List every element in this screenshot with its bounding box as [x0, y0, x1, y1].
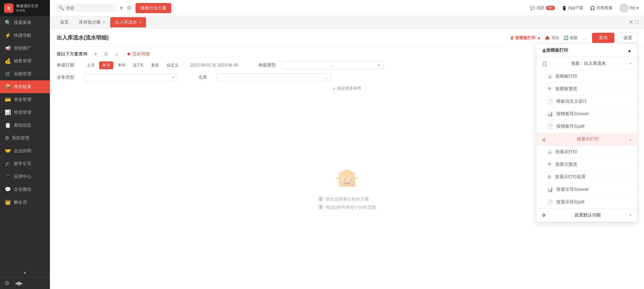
sidebar-item-app-center[interactable]: 📱 应用中心 [0, 170, 50, 183]
dropdown-item-display-pdf[interactable]: 📄 按显示导出pdf [536, 196, 637, 208]
dropdown-item-display-print[interactable]: 🖨 按显示打印 [536, 146, 637, 158]
sidebar-item-label: 资金管理 [14, 97, 31, 103]
sidebar-scroll-down[interactable]: ▼ [0, 269, 50, 277]
sidebar-item-purchase[interactable]: 🛒 采购管理 [0, 68, 50, 80]
biz-type-select[interactable]: ▾ [84, 74, 178, 81]
search-input[interactable] [66, 6, 113, 10]
date-btn-more[interactable]: 更多 [148, 61, 162, 69]
app-download-button[interactable]: 📱 App下载 [562, 5, 583, 11]
sidebar-item-marketing[interactable]: 📢 营销推广 [0, 42, 50, 55]
settings-button[interactable]: 设置 [618, 32, 637, 43]
topbar-gear-icon[interactable]: ⚙ [127, 5, 131, 11]
tab-home[interactable]: 首页 [55, 17, 74, 27]
display-preview-icon: 👁 [547, 162, 552, 167]
doc-type-select[interactable]: … ▾ [283, 61, 384, 69]
tip2-text: 用[选]条件来缩小分析范围 [325, 204, 376, 210]
sidebar-item-label: 营销推广 [14, 45, 31, 51]
sidebar-item-sales[interactable]: 💰 销售管理 [0, 55, 50, 68]
refresh-icon: 🔄 [563, 35, 568, 40]
dropdown-item-template-design[interactable]: 📄 模板自定义设计 [536, 95, 637, 108]
svg-rect-0 [339, 173, 355, 187]
trial-solution-button[interactable]: 体验行业方案 [136, 3, 171, 13]
sidebar-item-label: 基础信息 [14, 122, 31, 128]
sidebar: b 畅捷通好生意 标准版 🔍 搜索菜单 ⚡ 快捷导航 📢 营销推广 💰 销售管理… [0, 0, 50, 289]
dropdown-display-section[interactable]: 🖨 按显示打印 ▴ [536, 133, 637, 146]
tab-close-icon[interactable]: ✕ [629, 19, 633, 25]
sidebar-item-quick-nav[interactable]: ⚡ 快捷导航 [0, 29, 50, 42]
tab-flow-detail[interactable]: 出入库流水 × [110, 17, 146, 27]
svg-rect-6 [335, 177, 339, 179]
dropdown-item-template-excel[interactable]: 📊 按模板导出excel [536, 108, 637, 120]
warehouse-select[interactable]: … [216, 73, 331, 81]
dropdown-item-template-preview[interactable]: 👁 按模板预览 [536, 83, 637, 95]
sidebar-item-search-menu[interactable]: 🔍 搜索菜单 [0, 16, 50, 29]
sidebar-item-basic-info[interactable]: 📋 基础信息 [0, 119, 50, 132]
sales-icon: 💰 [5, 58, 11, 64]
tab-batch-account[interactable]: 库存批次账 × [74, 17, 110, 27]
dropdown-item-display-settings[interactable]: ⚙ 按显示打印设置 [536, 171, 637, 183]
date-btn-7-days[interactable]: 近7天 [130, 61, 147, 69]
sidebar-settings-icon[interactable]: ⚙ [5, 280, 9, 286]
online-service-label: 在线客服 [596, 5, 613, 11]
sidebar-item-wechat[interactable]: 💬 企业微信 [0, 183, 50, 196]
dropdown-default-section[interactable]: ⚙ 设置默认功能 ▾ [536, 208, 637, 222]
member-icon: 👑 [5, 199, 11, 205]
doc-type-more-icon[interactable]: … [330, 63, 334, 68]
online-service-button[interactable]: 🎧 在线客服 [590, 5, 613, 11]
search-dropdown-icon[interactable]: ▾ [120, 5, 123, 11]
dropdown-item-template-print[interactable]: 🖨 按模板打印 [536, 70, 637, 83]
filter-collapse-icon[interactable]: « [115, 51, 118, 57]
date-filter-label: 单据日期 [57, 62, 74, 68]
tab-batch-account-close[interactable]: × [103, 20, 105, 24]
sidebar-item-cooperation[interactable]: 🤝 企业协同 [0, 144, 50, 157]
sidebar-item-member[interactable]: 👑 畅会员 [0, 196, 50, 209]
sidebar-collapse-icon[interactable]: ◀▶ [15, 280, 23, 286]
display-excel-label: 按显示导出excel [556, 186, 588, 192]
sidebar-item-operations[interactable]: 📊 经营管理 [0, 106, 50, 119]
topbar: 🔍 ▾ ⚙ 体验行业方案 💬 消息 99+ 📱 App下载 🎧 在线客服 Rit [50, 0, 644, 16]
empty-tips-list: 1 请先选择要分析的方案 2 用[选]条件来缩小分析范围 [318, 196, 376, 212]
print-label: 按模板打印 [515, 35, 535, 41]
warehouse-more-icon[interactable]: … [323, 75, 327, 80]
sidebar-item-inventory[interactable]: 📦 库存核算 [0, 80, 50, 93]
svg-point-5 [350, 179, 351, 180]
filter-sidebar-label: 流水明细 [132, 51, 150, 57]
refresh-button[interactable]: 🔄 刷新 [563, 35, 578, 41]
dropdown-item-display-preview[interactable]: 👁 按显示预览 [536, 158, 637, 171]
query-button[interactable]: 查询 [592, 33, 614, 43]
filter-config-icon[interactable]: ⚙ [104, 51, 108, 57]
sidebar-item-guide[interactable]: 🎓 新手引导 [0, 157, 50, 170]
basic-info-icon: 📋 [5, 122, 11, 128]
dropdown-item-display-excel[interactable]: 📊 按显示导出excel [536, 183, 637, 196]
tab-expand-icon[interactable]: □ [635, 19, 639, 25]
sidebar-item-label: 采购管理 [14, 71, 31, 77]
date-btn-this-year[interactable]: 本年 [115, 61, 129, 69]
filter-dot-icon [127, 53, 130, 55]
empty-tip-1: 1 请先选择要分析的方案 [318, 196, 376, 202]
display-settings-label: 按显示打印设置 [555, 174, 586, 180]
sidebar-item-finance[interactable]: 💳 资金管理 [0, 93, 50, 106]
current-template-icon: 📋 [542, 61, 547, 66]
date-btn-last-month[interactable]: 上月 [84, 61, 98, 69]
print-dropdown-panel: 🖨 按模板打印 ▲ 📋 当前：出入库流水 ▾ 🖨 按模板打印 👁 按模板预览 📄 [536, 44, 637, 222]
date-btn-this-month[interactable]: 本月 [99, 61, 113, 69]
tabs-bar: 首页 库存批次账 × 出入库流水 × ✕ □ [50, 16, 644, 28]
tab-flow-detail-close[interactable]: × [139, 20, 141, 24]
print-template-button[interactable]: 🖨 按模板打印 ▲ [510, 35, 541, 41]
collapse-more-label: 收起更多条件 [337, 85, 361, 91]
search-menu-icon: 🔍 [5, 20, 11, 26]
dropdown-item-template-pdf[interactable]: 📄 按模板导出pdf [536, 120, 637, 133]
message-button[interactable]: 💬 消息 99+ [530, 5, 555, 11]
more-actions-button[interactable]: ... [582, 35, 588, 41]
sidebar-item-system[interactable]: ⚙ 系统管理 [0, 132, 50, 144]
dropdown-header[interactable]: 🖨 按模板打印 ▲ [536, 44, 637, 57]
display-preview-label: 按显示预览 [555, 161, 577, 167]
sidebar-item-label: 销售管理 [14, 58, 31, 64]
current-template-label: 当前：出入库流水 [571, 60, 606, 67]
dropdown-current-section[interactable]: 📋 当前：出入库流水 ▾ [536, 57, 637, 70]
filter-add-icon[interactable]: + [94, 51, 97, 57]
export-button[interactable]: 📤 导出 [545, 35, 559, 41]
date-btn-custom[interactable]: 自定义 [164, 61, 182, 69]
topbar-search-box[interactable]: 🔍 [55, 4, 116, 12]
user-profile-button[interactable]: Rit ▾ [619, 3, 639, 13]
